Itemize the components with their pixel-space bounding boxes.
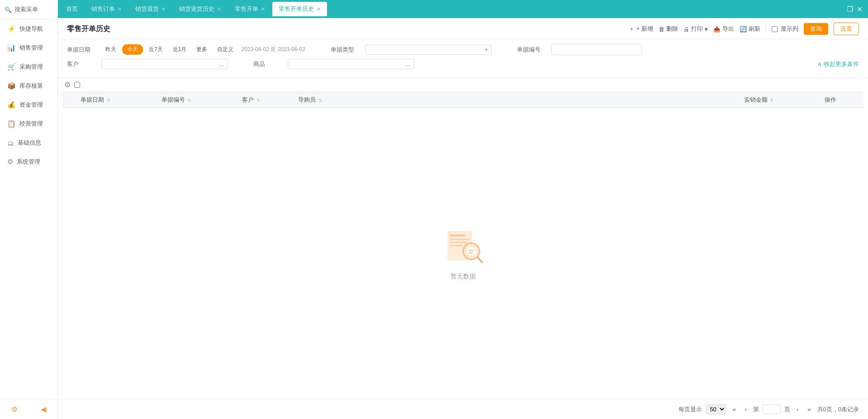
customer-filter-select[interactable]: ... (101, 59, 228, 69)
sidebar-item-inventory[interactable]: 📦 库存核算 (0, 76, 57, 95)
date-btn-1month[interactable]: 近1月 (169, 44, 191, 55)
query-button[interactable]: 查询 (804, 23, 828, 35)
table-toolbar: ⚙ (62, 78, 863, 92)
th-guide-sort[interactable]: ⇅ (318, 98, 322, 103)
sidebar-item-basic-info[interactable]: 🗂 基础信息 (0, 133, 57, 152)
th-guide-label: 导购员 (298, 96, 316, 103)
date-btn-today[interactable]: 今天 (122, 44, 143, 55)
product-filter-select[interactable]: ... (288, 59, 414, 69)
empty-text: 暂无数据 (451, 273, 476, 281)
settings-footer-btn[interactable]: ⚙ (11, 405, 18, 414)
filter-row-1: 单据日期 昨天 今天 近7天 近1月 更多 自定义 2023-06-02 至 2… (67, 44, 859, 55)
sidebar-item-purchase-mgmt[interactable]: 🛒 采购管理 (0, 57, 57, 76)
empty-state: 暂无数据 (62, 108, 863, 399)
select-all-checkbox[interactable] (74, 82, 80, 88)
th-guide[interactable]: 导购员 ⇅ (294, 92, 362, 108)
per-page-select[interactable]: 50 (706, 404, 726, 414)
th-customer-sort[interactable]: ⇅ (256, 98, 260, 103)
display-cols-checkbox[interactable] (772, 26, 778, 32)
th-number-sort[interactable]: ⇅ (187, 98, 191, 103)
product-ellipsis[interactable]: ... (405, 61, 410, 67)
th-date-label: 单据日期 (81, 96, 104, 103)
first-page-btn[interactable]: « (730, 405, 738, 414)
sidebar-item-operations[interactable]: 📋 经营管理 (0, 114, 57, 133)
tab-sales-return-history-close[interactable]: ✕ (217, 6, 221, 12)
basic-info-icon: 🗂 (7, 139, 14, 147)
sidebar-item-system[interactable]: ⚙ 系统管理 (0, 152, 57, 171)
delete-button[interactable]: 🗑 删除 (659, 25, 678, 33)
select-all-wrapper (74, 82, 80, 88)
tab-retail-open[interactable]: 零售开单 ✕ (228, 2, 271, 16)
th-customer-label: 客户 (242, 96, 254, 103)
window-restore-btn[interactable]: ❐ (847, 5, 853, 14)
sidebar-item-sales-mgmt[interactable]: 📊 销售管理 (0, 38, 57, 57)
sidebar-search[interactable]: 🔍 搜索采单 (0, 0, 57, 19)
tab-sales-return[interactable]: 销货退货 ✕ (129, 2, 172, 16)
customer-filter-label: 客户 (67, 60, 94, 68)
sidebar: 🔍 搜索采单 ⚡ 快捷导航 📊 销售管理 🛒 采购管理 📦 库存核算 💰 资金管… (0, 0, 58, 419)
th-amount[interactable]: 实销金额 ⇅ (740, 92, 821, 108)
customer-ellipsis[interactable]: ... (219, 61, 224, 67)
th-number[interactable]: 单据编号 ⇅ (157, 92, 238, 108)
collapse-icon: ∧ (817, 61, 822, 67)
prev-page-btn[interactable]: ‹ (742, 405, 749, 414)
product-filter-label: 商品 (253, 60, 280, 68)
tab-sales-order-close[interactable]: ✕ (118, 6, 122, 12)
th-checkbox (62, 92, 76, 108)
sidebar-item-label: 库存核算 (19, 82, 43, 90)
date-btn-7days[interactable]: 近7天 (145, 44, 167, 55)
th-date[interactable]: 单据日期 ⇅ (76, 92, 157, 108)
tab-retail-open-history-label: 零售开单历史 (279, 5, 314, 13)
export-button[interactable]: 📤 导出 (713, 25, 734, 33)
new-button[interactable]: ＋ + 新增 (629, 25, 653, 33)
tab-retail-open-history[interactable]: 零售开单历史 ✕ (272, 2, 327, 16)
number-filter-label: 单据编号 (517, 46, 544, 54)
tab-retail-open-close[interactable]: ✕ (261, 6, 265, 12)
svg-rect-9 (469, 252, 473, 254)
number-filter-input[interactable] (551, 44, 642, 55)
next-page-btn[interactable]: › (794, 405, 801, 414)
tab-sales-order[interactable]: 销售订单 ✕ (85, 2, 128, 16)
export-icon: 📤 (713, 26, 721, 33)
th-amount-label: 实销金额 (744, 96, 768, 103)
sidebar-item-label: 资金管理 (19, 101, 43, 109)
query-label: 查询 (810, 25, 822, 33)
new-label: + 新增 (636, 25, 653, 33)
data-table: 单据日期 ⇅ 单据编号 ⇅ 客户 ⇅ 导购员 ⇅ (62, 92, 863, 108)
type-filter-select[interactable]: ▾ (365, 45, 492, 55)
table-settings-icon[interactable]: ⚙ (64, 80, 71, 89)
sidebar-item-label: 快捷导航 (19, 25, 43, 33)
window-close-btn[interactable]: ✕ (857, 5, 863, 14)
th-amount-sort[interactable]: ⇅ (770, 98, 773, 103)
sales-icon: 📊 (7, 44, 16, 52)
date-range-display: 2023-06-02 至 2023-06-02 (241, 46, 305, 53)
print-button[interactable]: 🖨 打印 ▾ (683, 25, 708, 33)
refresh-label: 刷新 (749, 25, 760, 33)
sidebar-item-finance[interactable]: 💰 资金管理 (0, 95, 57, 114)
last-page-btn[interactable]: » (805, 405, 813, 414)
tab-home[interactable]: 首页 (60, 2, 84, 16)
date-btn-custom[interactable]: 自定义 (213, 44, 237, 55)
display-cols-btn[interactable]: 显示列 (772, 25, 798, 33)
collapse-sidebar-btn[interactable]: ◀ (41, 405, 46, 414)
page-word: 第 (753, 405, 759, 414)
print-label: 打印 (691, 25, 703, 33)
date-btn-more[interactable]: 更多 (192, 44, 211, 55)
settings-button[interactable]: 设置 (834, 23, 859, 35)
type-select-arrow: ▾ (485, 47, 488, 53)
sidebar-item-quick-nav[interactable]: ⚡ 快捷导航 (0, 19, 57, 38)
tab-retail-open-history-close[interactable]: ✕ (317, 6, 321, 12)
filter-section: 单据日期 昨天 今天 近7天 近1月 更多 自定义 2023-06-02 至 2… (58, 39, 868, 78)
page-number-input[interactable]: 1 (763, 405, 781, 414)
table-header: 单据日期 ⇅ 单据编号 ⇅ 客户 ⇅ 导购员 ⇅ (62, 92, 863, 108)
refresh-button[interactable]: 🔄 刷新 (740, 25, 760, 33)
collapse-filter-btn[interactable]: ∧ 收起更多条件 (817, 60, 859, 68)
page-header: 零售开单历史 ＋ + 新增 🗑 删除 🖨 打印 ▾ 📤 导出 (58, 18, 868, 39)
tab-retail-open-label: 零售开单 (235, 5, 258, 13)
th-customer[interactable]: 客户 ⇅ (237, 92, 294, 108)
new-icon: ＋ (629, 25, 635, 33)
th-date-sort[interactable]: ⇅ (107, 98, 110, 103)
tab-sales-return-history[interactable]: 销货退货历史 ✕ (173, 2, 228, 16)
date-btn-yesterday[interactable]: 昨天 (101, 44, 120, 55)
tab-sales-return-close[interactable]: ✕ (161, 6, 166, 12)
